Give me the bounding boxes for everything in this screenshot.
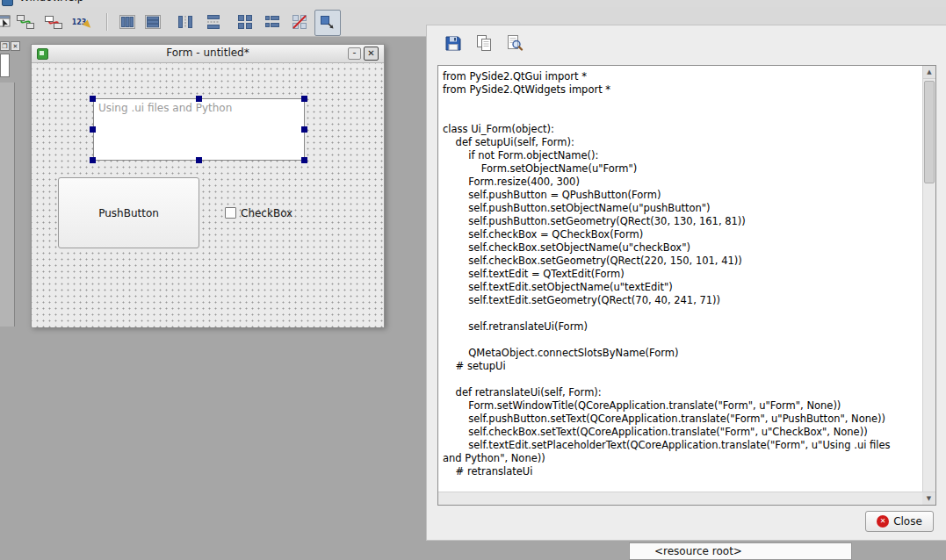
adjust-size-icon[interactable]	[314, 10, 341, 36]
dialog-close-button[interactable]: ✕ Close	[865, 511, 934, 532]
form-window-titlebar[interactable]: Form - untitled* - ✕	[32, 45, 384, 63]
scroll-down-icon[interactable]: ▼	[922, 492, 935, 505]
code-text[interactable]: from PySide2.QtGui import * from PySide2…	[438, 66, 922, 492]
edit-tab-order-icon[interactable]: 123	[71, 11, 92, 32]
close-button[interactable]: ✕	[364, 47, 379, 61]
save-icon[interactable]	[443, 32, 464, 54]
code-preview-dialog: from PySide2.QtGui import * from PySide2…	[426, 25, 946, 541]
selection-handle-s[interactable]	[196, 157, 202, 163]
code-dialog-toolbar	[443, 32, 525, 54]
form-canvas[interactable]: Using .ui files and Python PushButton Ch…	[32, 63, 384, 327]
filter-input-partial[interactable]	[0, 54, 10, 77]
horizontal-scrollbar[interactable]: ▼	[438, 492, 935, 505]
dock-float-button[interactable]: ❐	[0, 41, 10, 51]
scroll-up-icon[interactable]: ▲	[923, 66, 935, 79]
scrollbar-thumb[interactable]	[924, 81, 935, 183]
lay-out-in-grid-icon[interactable]	[235, 11, 256, 32]
textedit-widget[interactable]: Using .ui files and Python	[93, 98, 305, 161]
selection-handle-ne[interactable]	[301, 96, 307, 102]
menu-bar: Window Help	[0, 0, 946, 7]
app-icon	[2, 0, 13, 6]
copy-icon[interactable]	[473, 32, 495, 54]
toolbar-separator	[106, 13, 108, 31]
edit-widgets-icon[interactable]	[0, 11, 15, 32]
lay-out-vertically-icon[interactable]	[142, 11, 163, 32]
pushbutton-widget[interactable]: PushButton	[58, 177, 199, 248]
selection-handle-w[interactable]	[90, 126, 96, 133]
checkbox-label: CheckBox	[241, 207, 292, 219]
break-layout-icon[interactable]	[289, 11, 310, 32]
minimize-button[interactable]: -	[348, 47, 361, 60]
close-circle-icon: ✕	[877, 515, 889, 528]
selection-handle-e[interactable]	[301, 126, 307, 133]
edit-buddies-icon[interactable]	[43, 11, 64, 32]
code-view[interactable]: from PySide2.QtGui import * from PySide2…	[437, 65, 936, 506]
menu-help[interactable]: Help	[60, 0, 83, 4]
form-designer-window: Form - untitled* - ✕ Using .ui files and…	[31, 44, 385, 327]
lay-out-horizontally-icon[interactable]	[117, 11, 138, 32]
selection-handle-se[interactable]	[301, 157, 307, 163]
checkbox-indicator[interactable]	[225, 207, 236, 219]
resource-root-label: <resource root>	[654, 545, 742, 557]
form-window-title: Form - untitled*	[32, 47, 384, 59]
dock-panel-edge	[0, 83, 15, 327]
lay-out-horizontally-in-splitter-icon[interactable]	[175, 11, 196, 32]
selection-handle-nw[interactable]	[90, 96, 96, 102]
close-button-label: Close	[893, 515, 922, 528]
dock-close-button[interactable]: ✕	[11, 41, 20, 51]
resource-browser-root[interactable]: <resource root>	[629, 542, 852, 560]
lay-out-in-form-layout-icon[interactable]	[262, 11, 283, 32]
edit-signals-slots-icon[interactable]	[15, 11, 36, 32]
find-icon[interactable]	[504, 32, 525, 54]
selection-handle-n[interactable]	[196, 96, 202, 102]
checkbox-widget[interactable]: CheckBox	[225, 195, 314, 231]
selection-handle-sw[interactable]	[90, 157, 96, 163]
menu-window[interactable]: Window	[19, 0, 61, 4]
vertical-scrollbar[interactable]: ▲	[922, 66, 935, 492]
lay-out-vertically-in-splitter-icon[interactable]	[203, 11, 224, 32]
